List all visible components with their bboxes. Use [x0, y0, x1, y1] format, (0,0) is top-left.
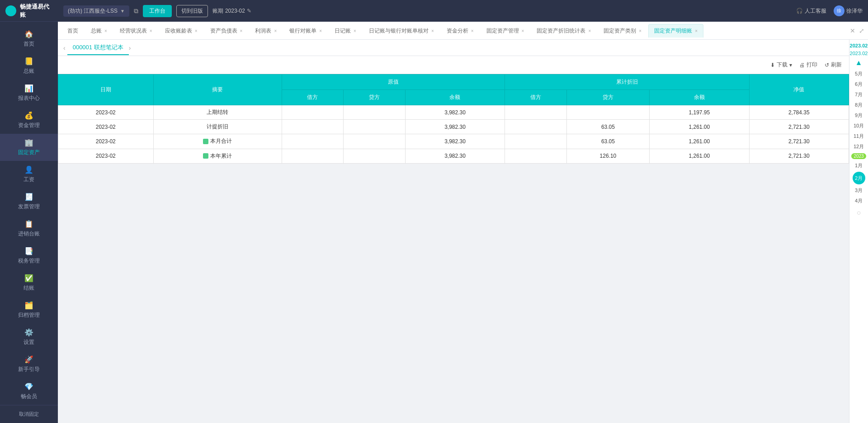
tab-fund-analysis[interactable]: 资金分析 ×: [441, 24, 480, 38]
tab-ledger[interactable]: 总账 ×: [85, 24, 113, 38]
month-8[interactable]: 8月: [853, 100, 864, 110]
month-1[interactable]: 1月: [853, 160, 864, 171]
year-tag-2023[interactable]: 2023: [851, 153, 866, 159]
cell-net-value: 2,721.30: [749, 149, 849, 164]
sub-tab-prev[interactable]: ‹: [63, 44, 66, 52]
close-all-button[interactable]: ✕: [850, 27, 855, 34]
logo-icon: [5, 5, 16, 16]
sub-tab-label: 000001 联想笔记本: [73, 44, 123, 51]
download-button[interactable]: ⬇ 下载 ▾: [770, 61, 792, 69]
tab-receivable-close[interactable]: ×: [195, 28, 198, 33]
sidebar-item-invoice[interactable]: 🧾 发票管理: [0, 188, 58, 215]
period-value: 2023-02: [225, 8, 245, 14]
tabbar-actions: ✕ ⤢: [850, 27, 864, 34]
col-orig-debit: 借方: [282, 90, 344, 105]
tab-fixed-detail-label: 固定资产明细账: [654, 27, 692, 35]
sidebar-item-member[interactable]: 💎 畅会员: [0, 378, 58, 405]
col-orig-balance: 余额: [405, 90, 505, 105]
month-7[interactable]: 7月: [853, 89, 864, 100]
tab-fixed-category[interactable]: 固定资产类别 ×: [598, 24, 647, 38]
sidebar-item-label: 新手引导: [18, 366, 40, 373]
tab-fixed-detail-close[interactable]: ×: [695, 28, 698, 33]
sidebar-item-tax[interactable]: 📑 税务管理: [0, 242, 58, 269]
tab-bank-statement[interactable]: 银行对账单 ×: [283, 24, 328, 38]
period-edit-icon[interactable]: ✎: [247, 8, 251, 14]
up-arrow[interactable]: ▲: [854, 57, 864, 69]
copy-icon[interactable]: ⧉: [134, 7, 138, 15]
sidebar-item-closing[interactable]: ✅ 结账: [0, 269, 58, 296]
tab-fixed-depreciation[interactable]: 固定资产折旧统计表 ×: [531, 24, 597, 38]
logo-text: 畅捷通易代账: [20, 3, 52, 19]
sidebar-item-home[interactable]: 🏠 首页: [0, 25, 58, 52]
col-orig-credit: 贷方: [344, 90, 406, 105]
sub-tab-asset[interactable]: 000001 联想笔记本: [67, 41, 129, 55]
tab-operation[interactable]: 经营状况表 ×: [114, 24, 158, 38]
sidebar-item-guide[interactable]: 🚀 新手引导: [0, 351, 58, 378]
sidebar-footer-unpin[interactable]: 取消固定: [0, 405, 58, 423]
tab-fixed-mgmt-close[interactable]: ×: [522, 28, 524, 33]
tab-fixed-dep-close[interactable]: ×: [588, 28, 591, 33]
tab-fund-close[interactable]: ×: [471, 28, 474, 33]
cell-orig-debit: [282, 134, 344, 149]
company-selector[interactable]: (劲功) 江西服垒-LSS ▼: [63, 5, 129, 17]
tab-fixed-detail[interactable]: 固定资产明细账 ×: [648, 24, 703, 38]
sidebar-logo: 畅捷通易代账: [0, 0, 58, 22]
workbench-button[interactable]: 工作台: [143, 5, 172, 17]
maximize-button[interactable]: ⤢: [859, 27, 864, 34]
topbar-right: 🎧 人工客服 徐 徐泽华: [796, 5, 863, 16]
refresh-button[interactable]: ↺ 刷新: [825, 61, 842, 69]
tab-ledger-close[interactable]: ×: [104, 28, 107, 33]
month-5[interactable]: 5月: [853, 69, 864, 79]
month-12[interactable]: 12月: [852, 141, 866, 152]
tab-profit-close[interactable]: ×: [274, 28, 277, 33]
cell-acc-debit: [505, 105, 567, 120]
cell-acc-credit: 126.10: [566, 149, 649, 164]
content-area: ‹ 000001 联想笔记本 › ⬇ 下载 ▾ 🖨 打印 ↺: [58, 40, 868, 423]
month-10[interactable]: 10月: [852, 121, 866, 131]
guide-icon: 🚀: [24, 355, 33, 364]
sub-tab-next[interactable]: ›: [129, 44, 131, 52]
month-6[interactable]: 6月: [853, 79, 864, 89]
col-desc: 摘要: [153, 75, 282, 105]
tab-journal[interactable]: 日记账 ×: [329, 24, 362, 38]
tab-operation-close[interactable]: ×: [150, 28, 152, 33]
year-label-top2[interactable]: 2023.02: [850, 50, 868, 57]
sidebar-item-archive[interactable]: 🗂️ 归档管理: [0, 296, 58, 324]
tab-home[interactable]: 首页: [61, 24, 84, 38]
switch-version-button[interactable]: 切到旧版: [176, 5, 208, 17]
year-label-top[interactable]: 2023.02: [850, 42, 868, 50]
user-menu[interactable]: 徐 徐泽华: [834, 5, 863, 16]
sidebar-item-ledger[interactable]: 📒 总账: [0, 52, 58, 80]
sidebar-item-label: 首页: [24, 40, 34, 48]
sidebar-item-salary[interactable]: 👤 工资: [0, 161, 58, 188]
tab-bank-close[interactable]: ×: [319, 28, 322, 33]
tab-profit[interactable]: 利润表 ×: [249, 24, 283, 38]
month-3[interactable]: 3月: [853, 185, 864, 196]
sidebar-item-fixed-assets[interactable]: 🏢 固定资产: [0, 134, 58, 161]
tab-receivable[interactable]: 应收账龄表 ×: [159, 24, 203, 38]
tab-journal-close[interactable]: ×: [354, 28, 356, 33]
scroll-down-button[interactable]: ○: [854, 206, 864, 220]
user-name: 徐泽华: [846, 7, 863, 15]
period-label: 账期: [212, 7, 223, 15]
tab-fixed-cat-close[interactable]: ×: [639, 28, 642, 33]
tab-balance-close[interactable]: ×: [240, 28, 243, 33]
cell-acc-balance: 1,261.00: [650, 134, 749, 149]
month-9[interactable]: 9月: [853, 110, 864, 121]
tab-balance-sheet[interactable]: 资产负债表 ×: [204, 24, 249, 38]
tab-reconcile[interactable]: 日记账与银行对账单核对 ×: [363, 24, 440, 38]
archive-icon: 🗂️: [24, 301, 33, 310]
tab-fixed-mgmt[interactable]: 固定资产管理 ×: [481, 24, 530, 38]
sidebar-item-sales[interactable]: 📋 进销台账: [0, 215, 58, 242]
tab-reconcile-close[interactable]: ×: [431, 28, 434, 33]
month-11[interactable]: 11月: [852, 131, 866, 141]
print-button[interactable]: 🖨 打印: [799, 61, 817, 69]
sidebar-item-label: 归档管理: [18, 311, 40, 319]
sidebar-item-settings[interactable]: ⚙️ 设置: [0, 324, 58, 351]
sidebar-item-reports[interactable]: 📊 报表中心: [0, 80, 58, 107]
month-2-current[interactable]: 2月: [853, 172, 865, 184]
service-button[interactable]: 🎧 人工客服: [796, 7, 826, 15]
month-4[interactable]: 4月: [853, 196, 864, 206]
sidebar-item-finance[interactable]: 💰 资金管理: [0, 107, 58, 134]
tab-balance-sheet-label: 资产负债表: [210, 27, 237, 35]
